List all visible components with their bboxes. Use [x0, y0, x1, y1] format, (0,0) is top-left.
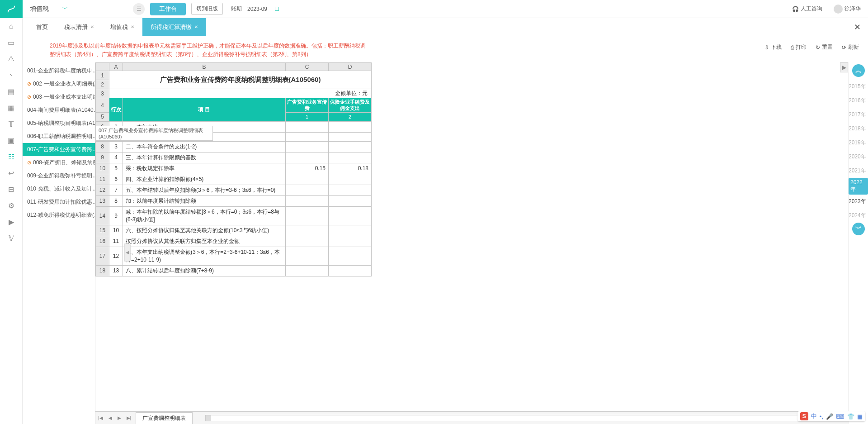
ime-toolbar[interactable]: S 中 •, 🎤 ⌨ 👕 ▦	[797, 411, 865, 421]
workbench-button[interactable]: 工作台	[150, 3, 186, 15]
close-icon[interactable]: ✕	[194, 24, 198, 29]
form-list-item[interactable]: ⊘008-资产折旧、摊销及纳税…	[23, 156, 95, 169]
form-list-item[interactable]: 005-纳税调整项目明细表(A1…	[23, 117, 95, 130]
year-item[interactable]: 2015年	[849, 80, 868, 94]
value-cell-c[interactable]: 0.15	[286, 163, 329, 174]
sheet-tab[interactable]: 广宣费调整明细表	[136, 412, 193, 424]
value-cell-c[interactable]	[286, 174, 329, 185]
nav-stack-icon[interactable]: ☷	[0, 148, 23, 165]
ime-skin-icon[interactable]: 👕	[847, 413, 854, 420]
row-header[interactable]: 8	[96, 141, 109, 152]
year-item[interactable]: 2022年	[849, 178, 868, 195]
value-cell-d[interactable]	[329, 152, 372, 163]
value-cell-c[interactable]	[286, 121, 329, 132]
ime-mic-icon[interactable]: 🎤	[826, 413, 833, 420]
col-header-b[interactable]: B	[123, 63, 286, 71]
row-header[interactable]: 11	[96, 174, 109, 185]
ime-keyboard-icon[interactable]: ⌨	[836, 413, 844, 420]
sheet-nav-first-icon[interactable]: |◀	[95, 415, 106, 420]
row-header[interactable]: 16	[96, 236, 109, 247]
form-list-item[interactable]: 004-期间费用明细表(A1040…	[23, 104, 95, 117]
value-cell-c[interactable]	[286, 247, 329, 265]
value-cell-d[interactable]	[329, 141, 372, 152]
value-cell-d[interactable]	[329, 121, 372, 132]
year-item[interactable]: 2021年	[849, 164, 868, 178]
nav-play-icon[interactable]: ▶	[0, 214, 23, 230]
form-list-item[interactable]: 001-企业所得税年度纳税申…	[23, 64, 95, 77]
year-item[interactable]: 2023年	[849, 195, 868, 209]
ime-logo-icon[interactable]: S	[800, 412, 808, 420]
col-header-c[interactable]: C	[286, 63, 329, 71]
horizontal-scrollbar[interactable]	[205, 415, 844, 421]
value-cell-d[interactable]	[329, 132, 372, 141]
sheet-nav-prev-icon[interactable]: ◀	[106, 415, 115, 420]
refresh-button[interactable]: ⟳刷新	[842, 43, 859, 51]
row-header[interactable]: 4	[96, 98, 109, 112]
spreadsheet[interactable]: A B C D 1广告费和业务宣传费跨年度纳税调整明细表(A105060) 2 …	[95, 62, 372, 276]
nav-tray-icon[interactable]: ⊟	[0, 181, 23, 197]
form-list-item[interactable]: 011-研发费用加计扣除优惠…	[23, 195, 95, 209]
value-cell-c[interactable]	[286, 152, 329, 163]
nav-text-icon[interactable]: 𝕋	[0, 116, 23, 132]
row-header[interactable]: 9	[96, 152, 109, 163]
close-icon[interactable]: ✕	[131, 24, 134, 29]
nav-v-icon[interactable]: 𝕍	[0, 230, 23, 246]
tab-tax-list[interactable]: 税表清册✕	[56, 18, 102, 36]
col-header-a[interactable]: A	[109, 63, 123, 71]
col-header-d[interactable]: D	[329, 63, 372, 71]
value-cell-d[interactable]	[329, 206, 372, 225]
form-list-item[interactable]: ⊘003-一般企业成本支出明细…	[23, 91, 95, 104]
form-list-item[interactable]: 007-广告费和业务宣传费跨…	[23, 143, 95, 156]
form-list-item[interactable]: 006-职工薪酬纳税调整明细…	[23, 130, 95, 143]
module-dropdown-icon[interactable]: ﹀	[62, 5, 68, 13]
nav-bag-icon[interactable]: ༚	[0, 67, 23, 83]
row-header[interactable]: 2	[96, 80, 109, 89]
year-item[interactable]: 2017年	[849, 108, 868, 122]
year-item[interactable]: 2018年	[849, 122, 868, 136]
row-header[interactable]: 15	[96, 225, 109, 236]
row-header[interactable]: 5	[96, 112, 109, 121]
value-cell-d[interactable]: 0.18	[329, 163, 372, 174]
calendar-icon[interactable]: ☐	[274, 6, 279, 12]
value-cell-c[interactable]	[286, 141, 329, 152]
row-header[interactable]: 18	[96, 265, 109, 276]
nav-chart-icon[interactable]: ⩚	[0, 51, 23, 67]
row-header[interactable]: 3	[96, 89, 109, 98]
corner-cell[interactable]	[96, 63, 109, 71]
ime-punct-icon[interactable]: •,	[820, 413, 823, 420]
year-item[interactable]: 2024年	[849, 209, 868, 223]
formula-bar[interactable]: 007-广告费和业务宣传费跨年度纳税调整明细表(A105060)	[95, 126, 213, 141]
ime-toolbox-icon[interactable]: ▦	[857, 413, 863, 420]
year-down-icon[interactable]: ︾	[852, 223, 865, 235]
close-all-tabs-icon[interactable]: ✕	[850, 20, 864, 34]
value-cell-c[interactable]	[286, 132, 329, 141]
tab-income-tax[interactable]: 所得税汇算清缴✕	[142, 18, 206, 36]
value-cell-c[interactable]	[286, 236, 329, 247]
form-list-item[interactable]: 010-免税、减计收入及加计…	[23, 182, 95, 195]
row-header[interactable]: 13	[96, 195, 109, 206]
nav-home-icon[interactable]: ⌂	[0, 18, 23, 34]
value-cell-d[interactable]	[329, 247, 372, 265]
year-item[interactable]: 2019年	[849, 136, 868, 150]
row-header[interactable]: 12	[96, 185, 109, 195]
year-item[interactable]: 2020年	[849, 150, 868, 164]
nav-doc-icon[interactable]: ▭	[0, 34, 23, 51]
nav-gear-icon[interactable]: ⚙	[0, 197, 23, 214]
value-cell-d[interactable]	[329, 265, 372, 276]
sheet-nav-last-icon[interactable]: ▶|	[124, 415, 134, 420]
form-list-item[interactable]: ⊘002-一般企业收入明细表(A…	[23, 77, 95, 91]
value-cell-c[interactable]	[286, 195, 329, 206]
value-cell-c[interactable]	[286, 206, 329, 225]
close-icon[interactable]: ✕	[90, 24, 94, 29]
value-cell-d[interactable]	[329, 195, 372, 206]
period-value[interactable]: 2023-09	[247, 6, 267, 12]
collapse-handle[interactable]: ◀	[124, 243, 131, 262]
form-list-item[interactable]: 009-企业所得税弥补亏损明…	[23, 169, 95, 182]
print-button[interactable]: ⎙打印	[791, 43, 807, 51]
form-list-item[interactable]: 012-减免所得税优惠明细表(…	[23, 209, 95, 222]
nav-form-icon[interactable]: ▦	[0, 100, 23, 116]
value-cell-c[interactable]	[286, 225, 329, 236]
tab-vat[interactable]: 增值税✕	[102, 18, 142, 36]
row-header[interactable]: 10	[96, 163, 109, 174]
row-header[interactable]: 14	[96, 206, 109, 225]
